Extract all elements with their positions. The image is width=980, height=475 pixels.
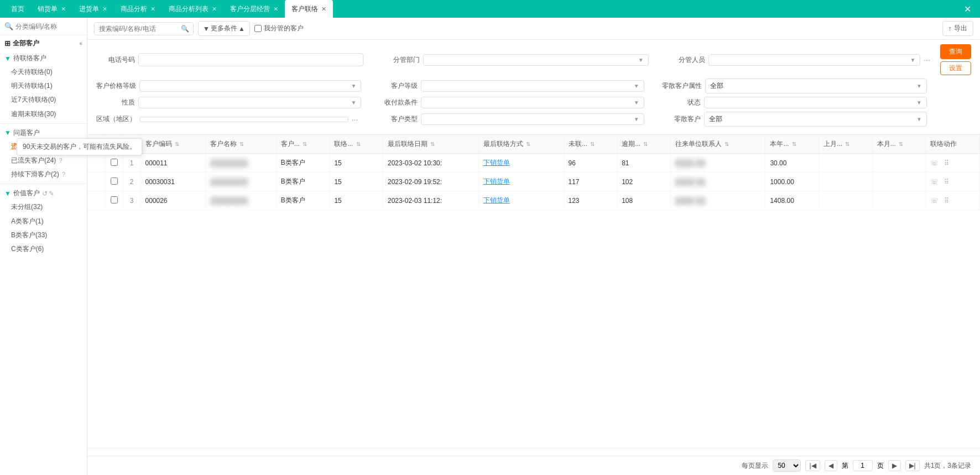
filter-region-select[interactable] [139, 117, 348, 122]
td-checkbox-1 [105, 173, 123, 191]
sidebar-group-problem[interactable]: ▼ 问题客户 [0, 126, 87, 140]
row-checkbox-0[interactable] [111, 159, 118, 166]
more-conditions-button[interactable]: ▼ 更多条件 ▲ [198, 21, 250, 36]
last-way-link-2[interactable]: 下销货单 [483, 196, 510, 204]
action-contact-icon-2[interactable]: ☏ [930, 197, 939, 205]
tab-analysis-list[interactable]: 商品分析列表 ✕ [162, 0, 223, 18]
filter-nature-label: 性质 [96, 98, 135, 107]
filter-customer-type-select[interactable]: ▼ [421, 113, 644, 125]
sidebar-item-ungrouped[interactable]: 未分组(32) [0, 200, 87, 214]
td-type-0: B类客户 [276, 154, 330, 173]
sidebar-item-today[interactable]: 今天待联络(0) [0, 65, 87, 79]
th-last-contact-way[interactable]: 最后联络方式 ⇅ [478, 135, 564, 154]
th-contact[interactable]: 联络... ⇅ [330, 135, 383, 154]
filter-nature-select[interactable]: ▼ [138, 97, 361, 108]
action-more-icon-2[interactable]: ⠿ [944, 197, 949, 205]
page-next-button[interactable]: ▶ [888, 460, 901, 471]
tab-analysis-close[interactable]: ✕ [150, 6, 155, 13]
filter-row-1: 电话号码 分管部门 ▼ 分管人员 ▼ [96, 44, 971, 75]
filter-scatter-attr: 零散客户属性 全部 ▼ [662, 79, 927, 93]
td-last-month-0 [819, 154, 873, 173]
sidebar-item-tomorrow[interactable]: 明天待联络(1) [0, 79, 87, 93]
tab-customer-layer[interactable]: 客户分层经营 ✕ [223, 0, 285, 18]
th-code[interactable]: 客户编码 ⇅ [140, 135, 206, 154]
th-type[interactable]: 客户... ⇅ [276, 135, 330, 154]
tab-customer-layer-close[interactable]: ✕ [273, 6, 278, 13]
filter-dept-select[interactable]: ▼ [423, 54, 648, 66]
filter-price-grade-select[interactable]: ▼ [139, 80, 361, 92]
my-customers-checkbox[interactable] [254, 25, 262, 32]
sidebar-item-a-class[interactable]: A类客户(1) [0, 215, 87, 228]
th-this-year[interactable]: 本年... ⇅ [765, 135, 819, 154]
tab-analysis-list-close[interactable]: ✕ [212, 6, 217, 13]
action-more-icon-1[interactable]: ⠿ [944, 178, 949, 186]
th-last-month[interactable]: 上月... ⇅ [819, 135, 873, 154]
grid-icon: ⊞ [4, 39, 11, 48]
sidebar-item-b-class[interactable]: B类客户(33) [0, 228, 87, 242]
th-last-contact-date[interactable]: 最后联络日期 ⇅ [383, 135, 479, 154]
th-overdue[interactable]: 逾期... ⇅ [617, 135, 671, 154]
chevron-down-icon-9: ▼ [634, 116, 639, 122]
sidebar-group-value[interactable]: ▼ 价值客户 ↺ ✎ [0, 186, 87, 200]
sidebar-group-pending[interactable]: ▼ 待联络客户 [0, 51, 87, 65]
filter-person-select[interactable]: ▼ [708, 54, 921, 66]
sidebar-item-overdue[interactable]: 逾期未联络(30) [0, 107, 87, 121]
horizontal-scroll-bar[interactable] [87, 448, 980, 456]
filter-bar: 🔍 ▼ 更多条件 ▲ 我分管的客户 ↑ 导出 [87, 18, 980, 40]
page-first-button[interactable]: |◀ [805, 460, 820, 471]
page-prev-button[interactable]: ◀ [825, 460, 837, 471]
export-button[interactable]: ↑ 导出 [942, 21, 974, 36]
filter-nature: 性质 ▼ [96, 97, 361, 108]
collapse-icon[interactable]: « [79, 40, 82, 46]
edit-icon[interactable]: ✎ [49, 190, 54, 197]
sidebar-item-c-class[interactable]: C类客户(6) [0, 242, 87, 256]
setting-button[interactable]: 设置 [940, 61, 971, 75]
refresh-icon[interactable]: ↺ [42, 190, 48, 197]
th-name[interactable]: 客户名称 ⇅ [206, 135, 277, 154]
filter-scatter-select[interactable]: 全部 ▼ [704, 112, 927, 127]
filter-payment-select[interactable]: ▼ [421, 97, 644, 108]
region-dots-button[interactable]: ··· [348, 115, 362, 124]
person-dots-button[interactable]: ··· [920, 55, 934, 64]
tab-customer-link-close[interactable]: ✕ [321, 6, 326, 13]
window-close-button[interactable]: ✕ [960, 4, 976, 14]
sidebar-item-week[interactable]: 近7天待联络(0) [0, 93, 87, 107]
row-checkbox-2[interactable] [111, 196, 118, 203]
chevron-down-icon-3: ▼ [351, 83, 356, 89]
per-page-select[interactable]: 50 100 200 [773, 460, 801, 472]
filter-customer-grade-select[interactable]: ▼ [421, 80, 644, 92]
tab-analysis[interactable]: 商品分析 ✕ [114, 0, 162, 18]
query-button[interactable]: 查询 [940, 44, 971, 59]
sidebar-item-lost[interactable]: 已流失客户(24) ? [0, 154, 87, 168]
sidebar-item-downtrend[interactable]: 持续下滑客户(2) ? [0, 168, 87, 181]
arrow-down-icon: ▼ [4, 55, 11, 62]
th-unit-contact[interactable]: 往来单位联系人 ⇅ [670, 135, 765, 154]
tab-purchase[interactable]: 进货单 ✕ [72, 0, 114, 18]
th-this-month[interactable]: 本月... ⇅ [872, 135, 926, 154]
page-last-button[interactable]: ▶| [905, 460, 920, 471]
last-way-link-1[interactable]: 下销货单 [483, 178, 510, 185]
category-search-input[interactable] [15, 23, 87, 30]
filter-search-input[interactable] [94, 22, 194, 35]
tab-sales-close[interactable]: ✕ [61, 6, 66, 13]
page-number-input[interactable] [853, 460, 873, 471]
tab-purchase-close[interactable]: ✕ [102, 6, 107, 13]
filter-row-2: 客户价格等级 ▼ 客户等级 ▼ 零散客户属性 [96, 79, 971, 93]
filter-status-select[interactable]: ▼ [704, 97, 927, 108]
row-checkbox-1[interactable] [111, 178, 118, 185]
filter-phone-input[interactable] [138, 53, 363, 66]
action-contact-icon-0[interactable]: ☏ [930, 159, 939, 167]
last-way-link-0[interactable]: 下销货单 [483, 159, 510, 166]
filter-dept-label: 分管部门 [381, 55, 420, 65]
tab-customer-link[interactable]: 客户联络 ✕ [285, 0, 333, 18]
td-gear-1 [87, 173, 105, 191]
td-gear-0 [87, 154, 105, 173]
all-customers-header[interactable]: ⊞ 全部客户 « [0, 35, 87, 51]
filter-search-icon[interactable]: 🔍 [181, 25, 189, 33]
tab-home[interactable]: 首页 [4, 0, 31, 18]
tab-sales[interactable]: 销货单 ✕ [31, 0, 72, 18]
action-contact-icon-1[interactable]: ☏ [930, 178, 939, 186]
th-not-contacted[interactable]: 未联... ⇅ [564, 135, 617, 154]
filter-scatter-attr-select[interactable]: 全部 ▼ [705, 79, 927, 93]
action-more-icon-0[interactable]: ⠿ [944, 159, 949, 167]
